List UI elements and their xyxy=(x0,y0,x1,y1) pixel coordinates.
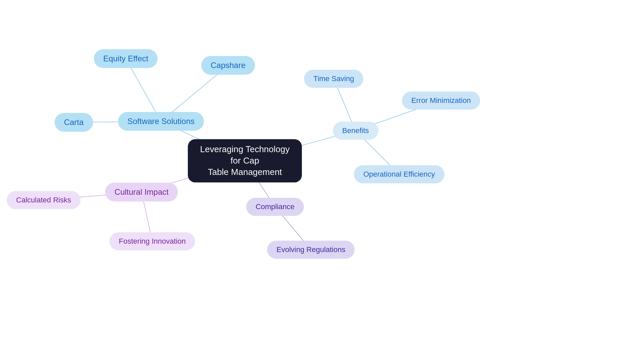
fostering-innovation-node: Fostering Innovation xyxy=(109,232,195,250)
capshare-node: Capshare xyxy=(201,56,255,75)
cultural-impact-node: Cultural Impact xyxy=(105,183,178,201)
time-saving-node: Time Saving xyxy=(304,70,363,88)
evolving-regulations-node: Evolving Regulations xyxy=(267,241,355,259)
compliance-node: Compliance xyxy=(246,198,304,216)
error-minimization-node: Error Minimization xyxy=(402,92,480,110)
software-solutions-node: Software Solutions xyxy=(118,112,204,131)
benefits-node: Benefits xyxy=(333,122,378,140)
center-node: Leveraging Technology for Cap Table Mana… xyxy=(188,139,302,182)
calculated-risks-node: Calculated Risks xyxy=(7,191,80,209)
operational-efficiency-node: Operational Efficiency xyxy=(354,165,444,183)
equity-effect-node: Equity Effect xyxy=(94,49,158,68)
carta-node: Carta xyxy=(55,113,93,132)
